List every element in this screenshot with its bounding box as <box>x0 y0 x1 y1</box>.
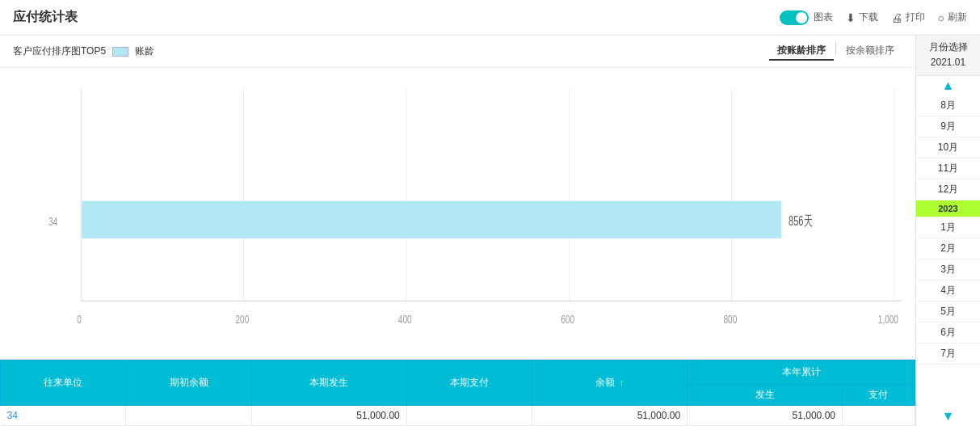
bar-days-label: 856天 <box>789 213 812 229</box>
chart-toggle-wrapper[interactable]: 图表 <box>780 11 833 25</box>
sidebar-nav: ▲ 8月 9月 10月 11月 12月 2023 1月 2月 3月 4月 5月 … <box>916 76 980 426</box>
table-header-row-1: 往来单位 期初余额 本期发生 本期支付 余额 ↑ 本年累计 <box>1 361 915 385</box>
sort-divider <box>835 42 836 55</box>
sidebar: 月份选择 ▲ 8月 9月 10月 11月 12月 2023 1月 2月 3月 4… <box>915 36 980 426</box>
month-item-6[interactable]: 6月 <box>916 323 980 344</box>
download-icon: ⬇ <box>846 11 856 24</box>
x-label-400: 400 <box>398 312 412 327</box>
month-list: 8月 9月 10月 11月 12月 2023 1月 2月 3月 4月 5月 6月… <box>916 95 980 407</box>
x-label-1000: 1,000 <box>878 312 898 327</box>
month-item-1[interactable]: 1月 <box>916 217 980 238</box>
cell-current: 51,000.00 <box>251 406 406 426</box>
month-item-7[interactable]: 7月 <box>916 344 980 365</box>
col-ytd-pay: 支付 <box>842 385 915 406</box>
chart-svg: 34 856天 0 200 <box>48 76 902 351</box>
cell-supplier: 34 <box>1 406 126 426</box>
cell-payment <box>406 406 532 426</box>
refresh-icon: ○ <box>938 11 944 24</box>
month-item-8[interactable]: 8月 <box>916 95 980 116</box>
data-table: 往来单位 期初余额 本期发生 本期支付 余额 ↑ 本年累计 <box>0 360 915 426</box>
print-icon: 🖨 <box>891 11 902 24</box>
month-item-9[interactable]: 9月 <box>916 116 980 137</box>
sort-buttons: 按账龄排序 按余额排序 <box>769 42 902 61</box>
cell-balance: 51,000.00 <box>532 406 688 426</box>
cell-opening <box>126 406 251 426</box>
year-badge-2023: 2023 <box>916 200 980 217</box>
nav-down-arrow[interactable]: ▼ <box>916 407 980 426</box>
month-item-5[interactable]: 5月 <box>916 302 980 323</box>
chart-section: 客户应付排序图TOP5 账龄 按账龄排序 按余额排序 34 <box>0 36 915 426</box>
legend-text: 账龄 <box>135 44 154 58</box>
print-button[interactable]: 🖨 打印 <box>891 11 925 24</box>
chart-top-bar: 客户应付排序图TOP5 账龄 按账龄排序 按余额排序 <box>0 36 915 68</box>
col-ytd: 本年累计 <box>688 361 915 385</box>
x-label-200: 200 <box>236 312 250 327</box>
sort-by-balance-btn[interactable]: 按账龄排序 <box>769 42 834 61</box>
x-label-0: 0 <box>77 312 82 327</box>
sidebar-header: 月份选择 <box>916 36 980 76</box>
sidebar-title: 月份选择 <box>923 40 974 54</box>
chart-legend: 客户应付排序图TOP5 账龄 <box>13 44 154 58</box>
sort-by-amount-btn[interactable]: 按余额排序 <box>838 42 902 61</box>
table-section: 往来单位 期初余额 本期发生 本期支付 余额 ↑ 本年累计 <box>0 359 915 426</box>
supplier-link[interactable]: 34 <box>7 410 18 421</box>
legend-box <box>112 47 128 57</box>
chart-area: 34 856天 0 200 <box>0 68 915 359</box>
month-item-11[interactable]: 11月 <box>916 158 980 179</box>
col-ytd-occur: 发生 <box>688 385 843 406</box>
month-item-4[interactable]: 4月 <box>916 280 980 302</box>
chart-toggle[interactable] <box>780 11 809 25</box>
page-title: 应付统计表 <box>13 9 78 26</box>
col-current: 本期发生 <box>251 361 406 406</box>
x-label-600: 600 <box>561 312 574 327</box>
table-row: 34 51,000.00 51,000.00 51,000.00 <box>1 406 915 426</box>
cell-ytd-pay <box>842 406 915 426</box>
chart-toggle-label: 图表 <box>814 11 833 24</box>
col-supplier: 往来单位 <box>1 361 126 406</box>
x-label-800: 800 <box>724 312 738 327</box>
nav-up-arrow[interactable]: ▲ <box>916 76 980 95</box>
month-item-3[interactable]: 3月 <box>916 259 980 280</box>
header-actions: 图表 ⬇ 下载 🖨 打印 ○ 刷新 <box>780 11 967 25</box>
col-payment: 本期支付 <box>406 361 532 406</box>
month-item-10[interactable]: 10月 <box>916 137 980 158</box>
refresh-button[interactable]: ○ 刷新 <box>938 11 967 24</box>
download-button[interactable]: ⬇ 下载 <box>846 11 878 24</box>
main-content: 客户应付排序图TOP5 账龄 按账龄排序 按余额排序 34 <box>0 36 980 426</box>
month-item-2[interactable]: 2月 <box>916 238 980 259</box>
col-opening: 期初余额 <box>126 361 251 406</box>
table-wrapper: 往来单位 期初余额 本期发生 本期支付 余额 ↑ 本年累计 <box>0 360 915 426</box>
app-header: 应付统计表 图表 ⬇ 下载 🖨 打印 ○ 刷新 <box>0 0 980 36</box>
legend-label: 客户应付排序图TOP5 <box>13 44 106 58</box>
month-item-12[interactable]: 12月 <box>916 179 980 200</box>
year-input[interactable] <box>923 54 974 70</box>
chart-bar <box>82 201 781 238</box>
cell-ytd-occur: 51,000.00 <box>688 406 843 426</box>
balance-sort-icon: ↑ <box>620 378 624 387</box>
col-balance: 余额 ↑ <box>532 361 688 406</box>
y-label-34: 34 <box>48 214 57 229</box>
